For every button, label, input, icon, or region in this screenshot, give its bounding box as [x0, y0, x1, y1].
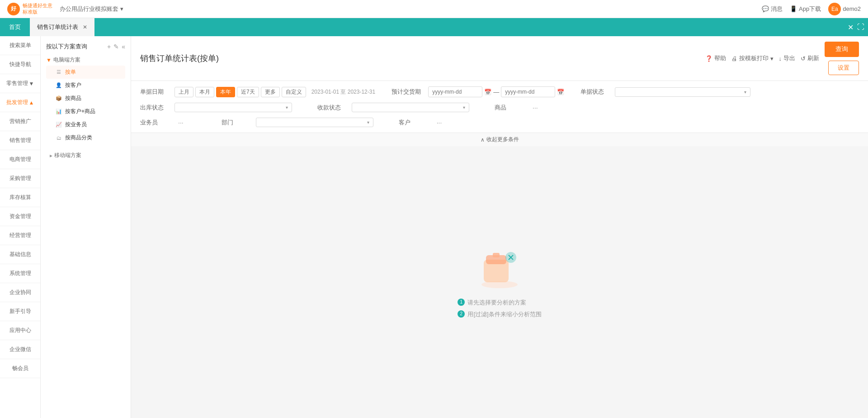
page-title: 销售订单统计表(按单): [140, 53, 219, 64]
sidebar-item-quick-nav[interactable]: 快捷导航: [0, 55, 40, 74]
chevron-down-icon: ▼: [29, 81, 34, 87]
customer-icon: 👤: [55, 82, 62, 89]
scheme-panel-header: 按以下方案查询 + ✎ «: [41, 40, 131, 53]
fullscreen-button[interactable]: ⛶: [857, 23, 864, 31]
empty-tip-2: 2 用[过滤]条件来缩小分析范围: [458, 310, 541, 318]
tip-number-2: 2: [458, 310, 465, 318]
close-window-button[interactable]: ✕: [848, 23, 854, 32]
salesperson-select[interactable]: ···: [175, 118, 187, 127]
sidebar-item-search-menu[interactable]: 搜索菜单: [0, 36, 40, 55]
customer-product-icon: 📊: [55, 108, 62, 115]
logo-text: 畅捷通好生意 标准版: [23, 3, 52, 14]
query-button[interactable]: 查询: [825, 42, 859, 57]
scheme-item-by-salesperson[interactable]: 📈 按业务员: [46, 118, 125, 131]
message-button[interactable]: 💬 消息: [762, 5, 783, 13]
expected-delivery-label: 预计交货期: [392, 88, 421, 96]
filter-row-1: 单据日期 上月 本月 本年 近7天 更多 自定义 2023-01-01 至 20…: [140, 86, 859, 97]
app-download-button[interactable]: 📱 App下载: [790, 5, 821, 13]
pc-scheme-category: ▼ 电脑端方案 ☰ 按单 👤 按客户 📦 按商品: [41, 53, 131, 147]
tabbar-actions: ✕ ⛶: [848, 23, 868, 32]
app-selector[interactable]: 办公用品行业模拟账套 ▾: [56, 3, 127, 15]
order-icon: ☰: [55, 69, 62, 76]
tab-close-icon[interactable]: ✕: [83, 24, 87, 30]
filter-row-2: 出库状态 收款状态 商品 ···: [140, 103, 859, 112]
customer-label: 客户: [399, 119, 426, 127]
last-month-btn[interactable]: 上月: [175, 87, 193, 97]
collapse-scheme-button[interactable]: «: [122, 43, 125, 50]
sidebar-item-operation-mgmt[interactable]: 经营管理: [0, 226, 40, 245]
export-button[interactable]: ↓ 导出: [779, 54, 796, 62]
order-date-label: 单据日期: [140, 88, 167, 96]
salesperson-icon: 📈: [55, 121, 62, 128]
scheme-item-by-order[interactable]: ☰ 按单: [46, 66, 125, 79]
export-icon: ↓: [779, 55, 782, 62]
delivery-status-select[interactable]: [175, 103, 292, 112]
settings-button[interactable]: 设置: [828, 61, 859, 75]
custom-btn[interactable]: 自定义: [282, 87, 306, 97]
department-select[interactable]: [256, 118, 373, 127]
scheme-item-by-product[interactable]: 📦 按商品: [46, 92, 125, 105]
sidebar-item-purchase-mgmt[interactable]: 采购管理: [0, 169, 40, 188]
refresh-button[interactable]: ↺ 刷新: [801, 54, 819, 62]
scheme-item-by-product-category[interactable]: 🗂 按商品分类: [46, 131, 125, 144]
product-category-icon: 🗂: [55, 134, 62, 142]
help-button[interactable]: ❓ 帮助: [705, 54, 726, 62]
order-status-select[interactable]: [615, 87, 750, 97]
calendar-end-icon[interactable]: 📅: [557, 89, 564, 95]
tab-home[interactable]: 首页: [0, 18, 30, 36]
this-month-btn[interactable]: 本月: [195, 87, 214, 97]
scheme-item-by-customer[interactable]: 👤 按客户: [46, 79, 125, 92]
pc-category-header[interactable]: ▼ 电脑端方案: [46, 56, 125, 64]
avatar: Ea: [828, 3, 841, 15]
customer-select[interactable]: ···: [433, 118, 446, 127]
department-arrow: [367, 120, 369, 125]
sidebar-item-enterprise-wechat[interactable]: 企业微信: [0, 340, 40, 359]
main-layout: 搜索菜单 快捷导航 零售管理 ▼ 批发管理 ▲ 营销推广 销售管理 电商管理 采…: [0, 36, 868, 418]
expected-delivery-end[interactable]: [501, 86, 555, 97]
product-icon: 📦: [55, 95, 62, 102]
chevron-up-icon: ▲: [29, 100, 34, 106]
last-7-days-btn[interactable]: 近7天: [237, 87, 259, 97]
main-content: 销售订单统计表(按单) ❓ 帮助 🖨 按模板打印 ▾ ↓ 导出: [131, 36, 868, 418]
sidebar-item-retail-mgmt[interactable]: 零售管理 ▼: [0, 74, 40, 93]
tabbar: 首页 销售订单统计表 ✕ ✕ ⛶: [0, 18, 868, 36]
salesperson-label: 业务员: [140, 119, 167, 127]
sidebar-item-basic-info[interactable]: 基础信息: [0, 245, 40, 264]
topbar-left: 好 畅捷通好生意 标准版 办公用品行业模拟账套 ▾: [7, 3, 127, 15]
chevron-down-icon: ▾: [120, 5, 123, 12]
empty-state: 1 请先选择要分析的方案 2 用[过滤]条件来缩小分析范围: [131, 146, 868, 418]
page-header: 销售订单统计表(按单) ❓ 帮助 🖨 按模板打印 ▾ ↓ 导出: [131, 36, 868, 81]
tab-sales-order-stat[interactable]: 销售订单统计表 ✕: [30, 18, 94, 36]
sidebar-item-member[interactable]: 畅会员: [0, 359, 40, 378]
sidebar-item-inventory[interactable]: 库存核算: [0, 188, 40, 207]
sidebar-item-new-user-guide[interactable]: 新手引导: [0, 302, 40, 321]
sidebar-item-finance-mgmt[interactable]: 资金管理: [0, 207, 40, 226]
mobile-category-header[interactable]: ▸ 移动端方案: [46, 150, 125, 161]
sidebar-item-app-center[interactable]: 应用中心: [0, 321, 40, 340]
more-btn[interactable]: 更多: [261, 87, 280, 97]
expected-delivery-start[interactable]: [428, 86, 482, 97]
sidebar-item-sales-mgmt[interactable]: 销售管理: [0, 131, 40, 150]
sidebar-item-enterprise-collab[interactable]: 企业协同: [0, 283, 40, 302]
sidebar-item-marketing[interactable]: 营销推广: [0, 112, 40, 131]
this-year-btn[interactable]: 本年: [216, 87, 235, 97]
product-select[interactable]: ···: [529, 103, 542, 112]
sidebar-item-system-mgmt[interactable]: 系统管理: [0, 264, 40, 283]
empty-svg: [472, 246, 527, 291]
mobile-scheme-category: ▸ 移动端方案: [41, 147, 131, 164]
template-print-button[interactable]: 🖨 按模板打印 ▾: [731, 54, 774, 62]
edit-scheme-button[interactable]: ✎: [113, 43, 119, 50]
user-profile[interactable]: Ea demo2: [828, 3, 861, 15]
payment-status-select[interactable]: [352, 103, 469, 112]
sidebar-item-wholesale-mgmt[interactable]: 批发管理 ▲: [0, 93, 40, 112]
add-scheme-button[interactable]: +: [107, 43, 111, 50]
svg-rect-3: [493, 253, 500, 257]
logo-icon: 好: [7, 3, 20, 15]
scheme-item-by-customer-product[interactable]: 📊 按客户+商品: [46, 105, 125, 118]
page-header-actions: ❓ 帮助 🖨 按模板打印 ▾ ↓ 导出 ↺ 刷新: [705, 42, 859, 75]
calendar-start-icon[interactable]: 📅: [484, 89, 491, 95]
sidebar-item-ecommerce-mgmt[interactable]: 电商管理: [0, 150, 40, 169]
collapse-filter-button[interactable]: ∧ 收起更多条件: [131, 133, 868, 146]
scheme-panel-actions: + ✎ «: [107, 43, 125, 50]
download-icon: 📱: [790, 5, 797, 12]
